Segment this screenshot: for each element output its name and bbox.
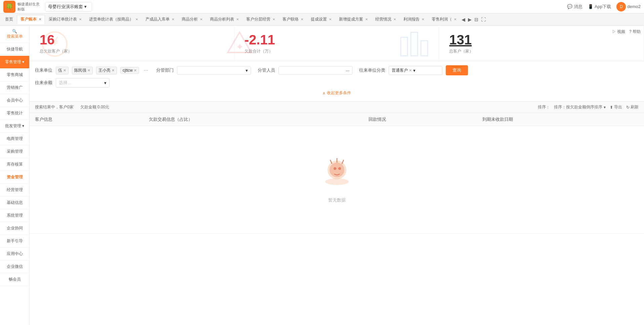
export-btn[interactable]: ⬆ 导出 xyxy=(610,104,622,110)
tab-goods-list[interactable]: 商品分析列表 ✕ xyxy=(206,15,243,24)
logo-text: 畅捷通好生意 标版 xyxy=(17,2,40,11)
message-icon: 💬 xyxy=(567,4,572,9)
sidebar-item-marketing[interactable]: 营销推广 xyxy=(0,81,29,94)
tab-close-retail[interactable]: ✕ xyxy=(454,18,457,21)
dept-label: 分管部门 xyxy=(156,67,174,73)
collapse-filters-btn[interactable]: ∧ 收起更多条件 xyxy=(35,90,639,96)
sidebar-item-basic-info[interactable]: 基础信息 xyxy=(0,196,29,209)
export-icon: ⬆ xyxy=(610,105,613,110)
svg-rect-5 xyxy=(411,32,418,56)
sidebar-item-member-plus[interactable]: 畅会员 xyxy=(0,273,29,286)
user-profile-btn[interactable]: D demo2 xyxy=(616,2,641,11)
sidebar-item-purchase[interactable]: 采购管理 xyxy=(0,145,29,158)
filter-area: 往来单位 伍 ✕ 陈民强 ✕ 王小亮 ✕ cjttcw xyxy=(30,61,644,102)
avatar: D xyxy=(616,2,626,11)
video-link[interactable]: ▷ 视频 xyxy=(612,29,625,35)
tab-retail-profit[interactable]: 零售利润（ ✕ xyxy=(428,15,460,24)
tab-close-segment[interactable]: ✕ xyxy=(272,18,275,21)
th-debt-info: 欠款交易信息（占比） xyxy=(143,113,363,126)
sidebar-item-wholesale[interactable]: 批发管理 ▾ xyxy=(0,120,29,133)
tab-cost-inbound[interactable]: 产成品入库单 ✕ xyxy=(142,15,178,24)
play-icon: ▷ xyxy=(612,29,616,34)
tab-close-goods[interactable]: ✕ xyxy=(200,18,203,21)
app-download-btn[interactable]: 📱 App下载 xyxy=(588,4,611,10)
sidebar-item-system[interactable]: 系统管理 xyxy=(0,209,29,222)
message-btn[interactable]: 💬 消息 xyxy=(567,4,583,10)
remove-tag-normal[interactable]: ✕ xyxy=(409,68,412,73)
more-tags-btn[interactable]: ··· xyxy=(142,67,149,74)
sort-chevron-icon: ▾ xyxy=(604,105,606,110)
tab-customer-segment[interactable]: 客户分层经营 ✕ xyxy=(243,15,279,24)
filter-tag-unit-chen: 陈民强 ✕ xyxy=(72,67,93,74)
tab-close-business[interactable]: ✕ xyxy=(393,18,396,21)
sidebar-item-newbie[interactable]: 新手引导 xyxy=(0,235,29,248)
sidebar-item-retail-mall[interactable]: 零售商城 xyxy=(0,69,29,81)
tab-close-goods-list[interactable]: ✕ xyxy=(236,18,239,21)
tab-inbound-stats[interactable]: 进货单统计表（按商品） ✕ xyxy=(85,15,142,24)
remove-tag-wang[interactable]: ✕ xyxy=(112,68,115,73)
person-select[interactable]: ··· xyxy=(278,66,352,75)
help-icon: ? xyxy=(629,29,632,34)
svg-rect-4 xyxy=(401,37,407,56)
phone-icon: 📱 xyxy=(588,4,593,9)
tab-close-inbound[interactable]: ✕ xyxy=(135,18,138,21)
sidebar-item-inventory[interactable]: 库存核算 xyxy=(0,158,29,171)
tab-accounts[interactable]: 客户账本 ✕ xyxy=(17,15,45,24)
category-label: 往来单位分类 xyxy=(359,67,385,73)
sidebar-quick-nav[interactable]: 快捷导航 xyxy=(0,43,29,56)
sort-select[interactable]: 排序：按欠款金额倒序排序 ▾ xyxy=(554,104,606,110)
account-selector[interactable]: 母婴行业演示账套 ▾ xyxy=(45,2,92,11)
svg-text:¥: ¥ xyxy=(51,34,58,48)
sidebar-item-finance[interactable]: 资金管理 xyxy=(0,171,29,184)
tab-close-cost[interactable]: ✕ xyxy=(172,18,174,21)
category-select[interactable]: 普通客户 ✕ ▾ xyxy=(389,66,442,75)
help-link[interactable]: ? 帮助 xyxy=(629,29,641,35)
refresh-btn[interactable]: ↻ 刷新 xyxy=(626,104,639,110)
sidebar-item-retail-mgmt[interactable]: 零售管理 ▾ xyxy=(0,56,29,69)
tab-fullscreen[interactable]: ⛶ xyxy=(480,17,487,22)
tab-nav-right[interactable]: ▶ xyxy=(467,17,473,22)
tab-nav-menu[interactable]: ⊟ xyxy=(473,17,480,22)
table-header-row: 客户信息 欠款交易信息（占比） 回款情况 到期未收款日期 xyxy=(30,113,644,126)
sort-label: 排序： xyxy=(538,104,550,110)
balance-select[interactable]: 选择... ▾ xyxy=(56,78,110,87)
search-icon: 🔍 xyxy=(12,29,17,34)
sidebar-item-app-center[interactable]: 应用中心 xyxy=(0,248,29,260)
sidebar-item-enterprise-wechat[interactable]: 企业微信 xyxy=(0,260,29,273)
remove-tag-cjttcw[interactable]: ✕ xyxy=(134,68,137,73)
tab-close-profit[interactable]: ✕ xyxy=(422,18,424,21)
tab-close-purchase[interactable]: ✕ xyxy=(79,18,82,21)
sidebar-item-retail-stats[interactable]: 零售统计 xyxy=(0,107,29,120)
dept-select[interactable]: ▾ xyxy=(177,66,251,75)
th-customer-info: 客户信息 xyxy=(30,113,143,126)
stat-value-3: 131 xyxy=(449,32,472,47)
tab-close-connect[interactable]: ✕ xyxy=(301,18,303,21)
data-table: 客户信息 欠款交易信息（占比） 回款情况 到期未收款日期 xyxy=(30,113,644,234)
sidebar-item-operations[interactable]: 经营管理 xyxy=(0,184,29,196)
sidebar-item-enterprise-collab[interactable]: 企业协同 xyxy=(0,222,29,235)
sidebar-item-ecommerce[interactable]: 电商管理 xyxy=(0,133,29,145)
tab-close-new-tips[interactable]: ✕ xyxy=(365,18,368,21)
th-overdue-date: 到期未收款日期 xyxy=(477,113,644,126)
tab-bar: 首页 客户账本 ✕ 采购订单统计表 ✕ 进货单统计表（按商品） ✕ 产成品入库单… xyxy=(0,13,644,26)
sidebar-search[interactable]: 🔍 搜索菜单 xyxy=(0,26,29,43)
tab-close-accounts[interactable]: ✕ xyxy=(39,18,41,21)
sidebar-item-member-center[interactable]: 会员中心 xyxy=(0,94,29,107)
svg-text:✦: ✦ xyxy=(236,42,244,52)
query-button[interactable]: 查询 xyxy=(446,65,468,75)
tab-business-status[interactable]: 经营情况 ✕ xyxy=(372,15,400,24)
tab-close-tips[interactable]: ✕ xyxy=(329,18,332,21)
tab-profit-report[interactable]: 利润报告 ✕ xyxy=(400,15,428,24)
tab-nav-left[interactable]: ◀ xyxy=(460,17,467,22)
remove-tag-chen[interactable]: ✕ xyxy=(87,68,90,73)
tab-goods-analysis[interactable]: 商品分析 ✕ xyxy=(178,15,206,24)
remove-tag-wu[interactable]: ✕ xyxy=(63,68,66,73)
tab-customer-connect[interactable]: 客户联络 ✕ xyxy=(279,15,307,24)
table-container: 客户信息 欠款交易信息（占比） 回款情况 到期未收款日期 xyxy=(30,113,644,325)
tab-tips-settings[interactable]: 提成设置 ✕ xyxy=(307,15,335,24)
svg-point-11 xyxy=(338,167,341,170)
tab-purchase-order[interactable]: 采购订单统计表 ✕ xyxy=(45,15,85,24)
stats-panel: ¥ ✦ 16 总欠款客户（家） -2.11 欠款合计（万） 131 xyxy=(30,26,644,61)
tab-home[interactable]: 首页 xyxy=(1,15,17,24)
tab-new-tips[interactable]: 新增提成方案 ✕ xyxy=(335,15,372,24)
